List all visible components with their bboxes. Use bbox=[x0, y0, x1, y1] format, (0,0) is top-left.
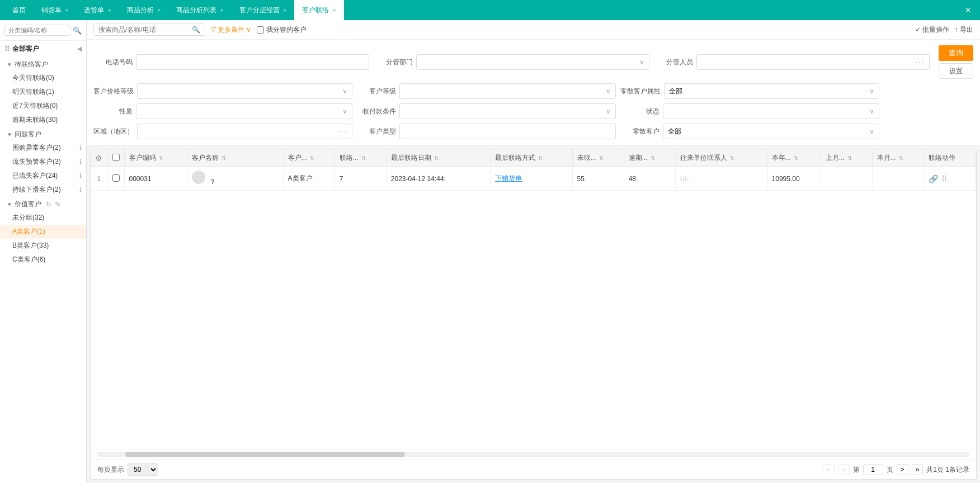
collapse-icon[interactable]: ◀ bbox=[77, 45, 82, 53]
row-num: 1 bbox=[91, 167, 107, 191]
sidebar-section-problem[interactable]: ▼ 问题客户 bbox=[0, 127, 86, 141]
customer-type-input[interactable] bbox=[399, 124, 616, 139]
qrcode-icon[interactable]: ⠿ bbox=[941, 174, 947, 183]
sidebar-item-churned[interactable]: 已流失客户(24) ℹ bbox=[0, 169, 86, 183]
nav-home[interactable]: 首页 bbox=[4, 0, 34, 20]
col-last-method[interactable]: 最后联络方式 ⇅ bbox=[490, 149, 572, 167]
scrollbar-thumb[interactable] bbox=[125, 452, 405, 457]
select-all-checkbox[interactable] bbox=[112, 154, 120, 161]
sidebar-section-value[interactable]: ▼ 价值客户 ↻ ✎ bbox=[0, 197, 86, 211]
sort-icon: ⇅ bbox=[222, 155, 226, 161]
sidebar-item-overdue[interactable]: 逾期未联络(30) bbox=[0, 113, 86, 127]
col-last-date[interactable]: 最后联络日期 ⇅ bbox=[386, 149, 490, 167]
nav-sales[interactable]: 销货单 × bbox=[34, 0, 76, 20]
export-button[interactable]: ↑ 导出 bbox=[955, 25, 973, 35]
sidebar-item-b-class[interactable]: B类客户(33) bbox=[0, 239, 86, 253]
col-grade[interactable]: 客户... ⇅ bbox=[283, 149, 334, 167]
nav-product-list[interactable]: 商品分析列表 × bbox=[168, 0, 231, 20]
nav-product-analysis[interactable]: 商品分析 × bbox=[119, 0, 168, 20]
close-all-icon[interactable]: × bbox=[960, 4, 976, 16]
last-method-link[interactable]: 下销货单 bbox=[495, 174, 522, 182]
sidebar-section-pending[interactable]: ▼ 待联络客户 bbox=[0, 57, 86, 71]
row-last-month bbox=[821, 167, 872, 191]
grid-icon: ⠿ bbox=[4, 45, 10, 53]
row-last-method: 下销货单 bbox=[490, 167, 572, 191]
sidebar-item-7days[interactable]: 近7天待联络(0) bbox=[0, 99, 86, 113]
person-select[interactable]: ··· bbox=[696, 54, 930, 70]
region-select[interactable]: ··· bbox=[137, 124, 352, 139]
row-checkbox[interactable] bbox=[112, 174, 120, 182]
sidebar-search-area: 🔍 bbox=[0, 20, 86, 41]
edit-icon[interactable]: ✎ bbox=[55, 200, 61, 209]
sidebar-all-customers[interactable]: ⠿ 全部客户 ◀ bbox=[0, 41, 86, 57]
total-info: 共1页 1条记录 bbox=[926, 465, 969, 475]
field-customer-type: 客户类型 bbox=[357, 124, 616, 139]
payment-select[interactable]: ∨ bbox=[399, 103, 616, 119]
sort-icon: ⇅ bbox=[899, 155, 903, 161]
first-page-button[interactable]: « bbox=[823, 464, 835, 475]
close-icon[interactable]: × bbox=[157, 7, 161, 13]
prev-page-button[interactable]: < bbox=[838, 464, 850, 475]
status-select[interactable]: ∨ bbox=[663, 103, 879, 119]
sidebar-item-declining[interactable]: 持续下滑客户(2) ℹ bbox=[0, 183, 86, 197]
batch-operation-button[interactable]: ✓ 批量操作 bbox=[915, 25, 949, 35]
sidebar-item-tomorrow[interactable]: 明天待联络(1) bbox=[0, 85, 86, 99]
close-icon[interactable]: × bbox=[332, 7, 336, 13]
sidebar-item-abnormal[interactable]: 囤购异常客户(2) ℹ bbox=[0, 141, 86, 155]
customer-grade-select[interactable]: ∨ bbox=[399, 83, 616, 99]
contact-link-icon[interactable]: 🔗 bbox=[929, 174, 938, 183]
nav-customer-segment[interactable]: 客户分层经营 × bbox=[232, 0, 294, 20]
next-page-button[interactable]: > bbox=[897, 464, 908, 475]
my-customers-checkbox[interactable]: 我分管的客户 bbox=[257, 25, 307, 35]
page-number-input[interactable] bbox=[863, 464, 883, 475]
col-contact-count[interactable]: 联络... ⇅ bbox=[334, 149, 386, 167]
col-last-month[interactable]: 上月... ⇅ bbox=[821, 149, 872, 167]
page-size-select[interactable]: 20 50 100 200 bbox=[128, 463, 158, 476]
filter-search-input[interactable] bbox=[98, 26, 190, 34]
col-this-year[interactable]: 本年... ⇅ bbox=[767, 149, 821, 167]
row-last-date: 2023-04-12 14:44: bbox=[386, 167, 490, 191]
retail-attr-select[interactable]: 全部 ∨ bbox=[664, 83, 879, 99]
table-scroll[interactable]: ⚙ 客户编码 ⇅ 客户名称 ⇅ bbox=[91, 149, 976, 449]
col-not-contacted[interactable]: 未联... ⇅ bbox=[572, 149, 624, 167]
filter-right-actions: ✓ 批量操作 ↑ 导出 bbox=[915, 25, 973, 35]
close-icon[interactable]: × bbox=[220, 7, 223, 13]
filter-search-box[interactable]: 🔍 bbox=[93, 23, 205, 36]
nature-select[interactable]: ∨ bbox=[136, 103, 352, 119]
col-this-month[interactable]: 本月... ⇅ bbox=[872, 149, 924, 167]
close-icon[interactable]: × bbox=[65, 7, 68, 13]
arrow-icon: ▼ bbox=[7, 201, 12, 207]
close-icon[interactable]: × bbox=[107, 7, 111, 13]
query-button[interactable]: 查询 bbox=[939, 45, 973, 61]
last-page-button[interactable]: » bbox=[912, 464, 924, 475]
nav-customer-contact[interactable]: 客户联络 × bbox=[294, 0, 343, 20]
sort-icon: ⇅ bbox=[794, 155, 798, 161]
sidebar-item-a-class[interactable]: A类客户(1) bbox=[0, 225, 86, 239]
col-unit-contact[interactable]: 往来单位联系人 ⇅ bbox=[675, 149, 767, 167]
sidebar-search-input[interactable] bbox=[4, 25, 70, 36]
sidebar-item-churn-warning[interactable]: 流失预警客户(3) ℹ bbox=[0, 155, 86, 169]
sidebar-item-today[interactable]: 今天待联络(0) bbox=[0, 71, 86, 85]
horizontal-scrollbar[interactable] bbox=[97, 452, 969, 457]
col-name[interactable]: 客户名称 ⇅ bbox=[187, 149, 283, 167]
gear-icon[interactable]: ⚙ bbox=[95, 154, 102, 163]
refresh-icon[interactable]: ↻ bbox=[46, 201, 51, 209]
form-row-2: 客户价格等级 ∨ 客户等级 ∨ 零散客户属性 全部 bbox=[93, 83, 973, 99]
field-customer-grade: 客户等级 ∨ bbox=[357, 83, 616, 99]
action-icons: 🔗 ⠿ bbox=[929, 174, 971, 183]
more-filters-button[interactable]: ▽ 更多条件 ∨ bbox=[211, 25, 251, 35]
my-customers-check[interactable] bbox=[257, 26, 264, 34]
col-code[interactable]: 客户编码 ⇅ bbox=[124, 149, 187, 167]
price-grade-select[interactable]: ∨ bbox=[137, 83, 352, 99]
settings-button[interactable]: 设置 bbox=[939, 63, 973, 79]
sidebar-item-ungrouped[interactable]: 未分组(32) bbox=[0, 211, 86, 225]
col-overdue[interactable]: 逾期... ⇅ bbox=[624, 149, 675, 167]
phone-input[interactable] bbox=[136, 54, 369, 70]
sidebar-item-c-class[interactable]: C类客户(6) bbox=[0, 253, 86, 267]
chevron-down-icon: ∨ bbox=[342, 87, 347, 95]
retail-customer-select[interactable]: 全部 ∨ bbox=[663, 124, 879, 139]
sidebar-search-icon[interactable]: 🔍 bbox=[73, 26, 82, 35]
dept-select[interactable]: ∨ bbox=[416, 54, 649, 70]
close-icon[interactable]: × bbox=[283, 7, 286, 13]
nav-purchase[interactable]: 进货单 × bbox=[76, 0, 119, 20]
